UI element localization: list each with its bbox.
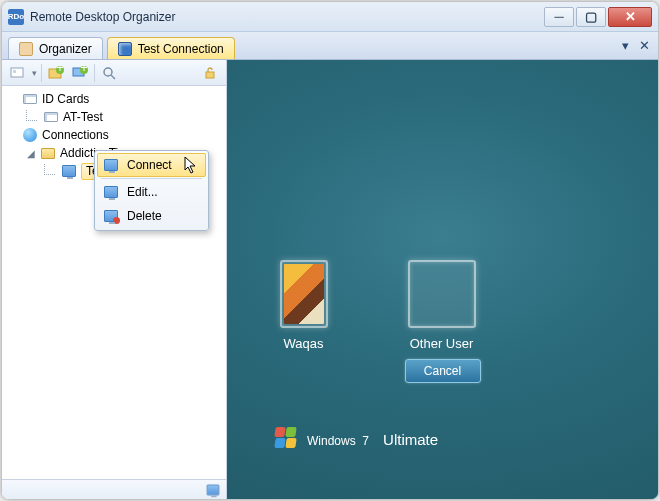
idcard-icon xyxy=(44,112,58,122)
tree-label: ID Cards xyxy=(42,92,89,106)
tab-test-connection[interactable]: Test Connection xyxy=(107,37,235,59)
tree-node-at-test[interactable]: AT-Test xyxy=(4,108,224,126)
svg-line-9 xyxy=(111,75,115,79)
monitor-icon xyxy=(104,159,118,171)
idcard-icon xyxy=(23,94,37,104)
minimize-button[interactable]: ─ xyxy=(544,7,574,27)
svg-point-8 xyxy=(104,68,112,76)
svg-rect-0 xyxy=(11,68,23,77)
context-menu-label: Edit... xyxy=(127,185,158,199)
svg-rect-10 xyxy=(206,72,214,78)
sidebar-statusbar xyxy=(2,479,226,499)
tree-view[interactable]: ID Cards AT-Test Connections ◢ Addictive… xyxy=(2,86,226,479)
brand-text: Windows 7 xyxy=(307,423,369,451)
app-window: RDo Remote Desktop Organizer ─ ▢ ✕ Organ… xyxy=(2,2,658,499)
avatar-image xyxy=(284,264,324,324)
organizer-icon xyxy=(19,42,33,56)
globe-icon xyxy=(23,128,37,142)
sidebar-toolbar: ▾ + + xyxy=(2,60,226,86)
tree-node-connections[interactable]: Connections xyxy=(4,126,224,144)
user-name-label: Other User xyxy=(410,336,474,351)
os-brand: Windows 7 Ultimate xyxy=(275,423,438,451)
cancel-label: Cancel xyxy=(424,364,461,378)
tab-label: Organizer xyxy=(39,42,92,56)
content-area: ▾ + + xyxy=(2,60,658,499)
app-icon: RDo xyxy=(8,9,24,25)
user-avatar-other[interactable] xyxy=(408,260,476,328)
monitor-icon xyxy=(207,484,220,495)
remote-desktop-view[interactable]: Waqas Other User Cancel Windows 7 xyxy=(227,60,658,499)
monitor-icon xyxy=(62,165,76,177)
folder-icon xyxy=(41,148,55,159)
context-menu-edit[interactable]: Edit... xyxy=(97,180,206,204)
avatar-image xyxy=(412,264,472,324)
windows-flag-icon xyxy=(275,427,297,449)
title-bar: RDo Remote Desktop Organizer ─ ▢ ✕ xyxy=(2,2,658,32)
maximize-button[interactable]: ▢ xyxy=(576,7,606,27)
new-folder-button[interactable]: + xyxy=(46,63,66,83)
tab-menu-button[interactable]: ▾ xyxy=(622,38,629,53)
monitor-delete-icon xyxy=(104,210,118,222)
cancel-button[interactable]: Cancel xyxy=(405,359,481,383)
svg-text:+: + xyxy=(80,66,87,75)
monitor-icon xyxy=(104,186,118,198)
tab-bar: Organizer Test Connection ▾ ✕ xyxy=(2,32,658,60)
new-connection-button[interactable]: + xyxy=(70,63,90,83)
tree-node-id-cards[interactable]: ID Cards xyxy=(4,90,224,108)
unlock-button[interactable] xyxy=(200,63,220,83)
context-menu-separator xyxy=(101,178,202,179)
user-avatar-waqas[interactable] xyxy=(280,260,328,328)
svg-rect-1 xyxy=(13,70,16,73)
user-name-label: Waqas xyxy=(284,336,324,351)
tree-label: AT-Test xyxy=(63,110,103,124)
sidebar: ▾ + + xyxy=(2,60,227,499)
tab-close-button[interactable]: ✕ xyxy=(639,38,650,53)
collapse-caret-icon[interactable]: ◢ xyxy=(26,148,36,159)
tree-label: Connections xyxy=(42,128,109,142)
new-idcard-button[interactable] xyxy=(8,63,28,83)
connection-icon xyxy=(118,42,132,56)
close-button[interactable]: ✕ xyxy=(608,7,652,27)
tab-label: Test Connection xyxy=(138,42,224,56)
context-menu-label: Connect xyxy=(127,158,172,172)
context-menu-delete[interactable]: Delete xyxy=(97,204,206,228)
tab-organizer[interactable]: Organizer xyxy=(8,37,103,59)
mouse-cursor-icon xyxy=(184,156,200,176)
dropdown-caret-icon[interactable]: ▾ xyxy=(32,68,37,78)
window-title: Remote Desktop Organizer xyxy=(30,10,542,24)
svg-text:+: + xyxy=(56,66,63,75)
brand-edition: Ultimate xyxy=(383,431,438,448)
search-button[interactable] xyxy=(99,63,119,83)
context-menu-label: Delete xyxy=(127,209,162,223)
